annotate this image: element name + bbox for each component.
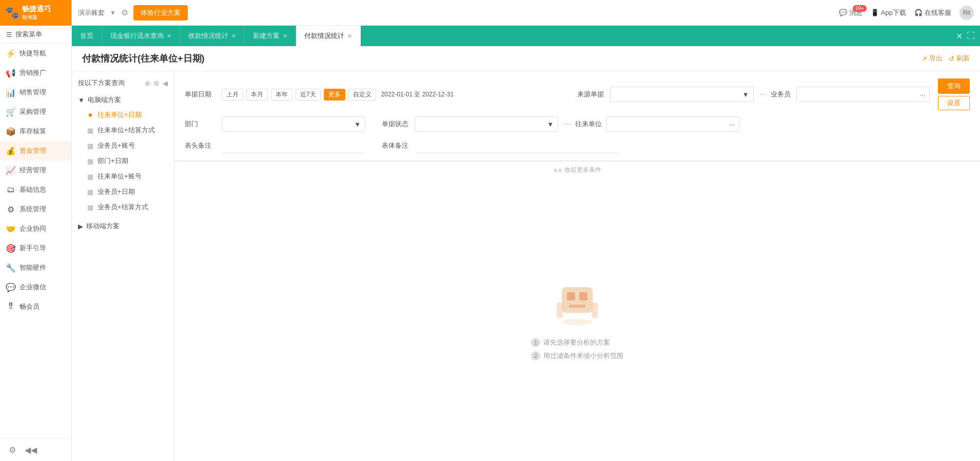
tab-receivables[interactable]: 收款情况统计✕: [180, 26, 245, 46]
sidebar-item-wechat[interactable]: 💬企业微信: [0, 277, 71, 297]
partner-date-icon: ●: [86, 111, 94, 119]
scheme-label-staff-settlement: 业务员+结算方式: [97, 203, 148, 212]
sidebar-item-marketing[interactable]: 📢营销推广: [0, 63, 71, 83]
refresh-btn[interactable]: ↺ 刷新: [949, 54, 970, 63]
voucher-status-label: 单据状态: [382, 119, 410, 129]
setting-btn[interactable]: 设置: [938, 96, 970, 110]
partner-settlement-icon: ▦: [86, 126, 94, 134]
left-panel-header-icons: ⊕ ⚙ ◀: [145, 79, 168, 87]
tab-new-scheme[interactable]: 新建方案✕: [245, 26, 296, 46]
app-download-label: App下载: [881, 8, 906, 17]
sidebar-item-purchase[interactable]: 🛒采购管理: [0, 102, 71, 122]
settings-bottom-icon[interactable]: ⚙: [5, 443, 19, 457]
sidebar-item-basic-info[interactable]: 🗂基础信息: [0, 180, 71, 199]
scheme-item-dept-date[interactable]: ▦部门+日期: [72, 153, 174, 169]
sidebar-item-sales[interactable]: 📊销售管理: [0, 83, 71, 102]
staff-settlement-icon: ▦: [86, 203, 94, 211]
tab-close-new-scheme[interactable]: ✕: [283, 33, 287, 39]
scheme-label-partner-settlement: 往来单位+结算方式: [97, 126, 155, 135]
sidebar-item-system[interactable]: ⚙系统管理: [0, 199, 71, 219]
tab-payment-stats[interactable]: 付款情况统计✕: [296, 26, 361, 46]
guide-icon: 🎯: [6, 244, 15, 253]
expand-icon[interactable]: ⛶: [967, 31, 975, 41]
tab-home[interactable]: 首页: [72, 26, 102, 46]
filter-row-1: 单据日期 上月 本月 本年 近7天 更多 自定义 2022-01-01 至 20…: [185, 78, 970, 110]
header-note-input[interactable]: [222, 138, 365, 153]
sidebar-item-member[interactable]: 🎖畅会员: [0, 297, 71, 316]
sidebar-item-guide[interactable]: 🎯新手引导: [0, 238, 71, 258]
partner-account-icon: ▦: [86, 172, 94, 181]
voucher-status-select[interactable]: ▼: [415, 116, 558, 132]
scheme-item-partner-settlement[interactable]: ▦往来单位+结算方式: [72, 123, 174, 138]
chevron-down-icon[interactable]: ▼: [110, 9, 116, 16]
sidebar-item-enterprise[interactable]: 🤝企业协同: [0, 219, 71, 238]
scheme-item-staff-date[interactable]: ▦业务员+日期: [72, 184, 174, 199]
tab-cash-flow[interactable]: 现金银行流水查询✕: [102, 26, 180, 46]
industry-btn[interactable]: 体验行业方案: [133, 5, 188, 21]
sidebar-label-quick-nav: 快捷导航: [19, 49, 46, 58]
date-btn-this-month[interactable]: 本月: [246, 89, 268, 101]
scheme-item-partner-date[interactable]: ●往来单位+日期: [72, 107, 174, 123]
sidebar-label-member: 畅会员: [19, 302, 40, 311]
export-btn[interactable]: ↗ 导出: [922, 54, 943, 63]
sidebar-item-quick-nav[interactable]: ⚡快捷导航: [0, 44, 71, 63]
add-scheme-icon[interactable]: ⊕: [145, 79, 150, 87]
app-download-btn[interactable]: 📱 App下载: [871, 8, 906, 17]
collapse-panel-icon[interactable]: ◀: [163, 79, 168, 87]
scheme-settings-icon[interactable]: ⚙: [153, 79, 160, 87]
source-voucher-select[interactable]: ▼: [610, 87, 754, 102]
online-service-btn[interactable]: 🎧 在线客服: [914, 8, 951, 17]
sidebar-label-purchase: 采购管理: [19, 107, 46, 116]
scheme-label-dept-date: 部门+日期: [97, 156, 128, 166]
sidebar-item-operations[interactable]: 📈经营管理: [0, 161, 71, 180]
tab-label-home: 首页: [80, 31, 93, 41]
date-btns: 上月 本月 本年 近7天 更多 自定义 2022-01-01 至 2022-12…: [222, 89, 454, 101]
gear-icon[interactable]: ⚙: [121, 8, 128, 17]
svg-point-6: [562, 319, 593, 325]
scheme-item-partner-account[interactable]: ▦往来单位+账号: [72, 169, 174, 184]
collapse-bar[interactable]: ∧∧ 收起更多条件: [174, 161, 980, 178]
staff-select[interactable]: ···: [796, 87, 930, 102]
scheme-group-mobile-header[interactable]: ▶ 移动端方案: [72, 219, 174, 233]
sidebar-item-inventory[interactable]: 📦库存核算: [0, 122, 71, 141]
sidebar-label-basic-info: 基础信息: [19, 185, 46, 194]
sidebar-item-capital[interactable]: 💰资金管理: [0, 141, 71, 161]
top-header: 演示账套 ▼ ⚙ 体验行业方案 💬 消息 99+ 📱 App下载 🎧 在线客服 …: [72, 0, 980, 26]
scheme-item-staff-settlement[interactable]: ▦业务员+结算方式: [72, 199, 174, 215]
scheme-group-desktop-header[interactable]: ▼ 电脑端方案: [72, 93, 174, 107]
date-btn-this-year[interactable]: 本年: [271, 89, 292, 101]
sidebar-label-system: 系统管理: [19, 205, 46, 214]
chevron-right-icon: ▶: [78, 223, 83, 230]
scheme-item-staff-account[interactable]: ▦业务员+账号: [72, 138, 174, 153]
collapse-label: 收起更多条件: [564, 166, 601, 174]
sidebar-item-hardware[interactable]: 🔧智能硬件: [0, 258, 71, 277]
tab-close-cash-flow[interactable]: ✕: [167, 33, 171, 39]
company-name: 演示账套: [78, 8, 105, 17]
tab-close-receivables[interactable]: ✕: [231, 33, 236, 39]
voucher-status-dots[interactable]: ···: [564, 119, 571, 129]
collapse-sidebar-icon[interactable]: ◀◀: [24, 443, 38, 457]
date-btn-last-month[interactable]: 上月: [222, 89, 243, 101]
close-all-tabs-icon[interactable]: ✕: [956, 31, 963, 41]
date-btn-custom[interactable]: 自定义: [348, 89, 376, 101]
sidebar-items: ⚡快捷导航📢营销推广📊销售管理🛒采购管理📦库存核算💰资金管理📈经营管理🗂基础信息…: [0, 44, 71, 316]
scheme-group-mobile: ▶ 移动端方案: [72, 217, 174, 235]
top-header-right: 💬 消息 99+ 📱 App下载 🎧 在线客服 Rit: [839, 6, 974, 20]
marketing-icon: 📢: [6, 68, 15, 77]
dept-select[interactable]: ▼: [222, 116, 365, 132]
date-btn-more[interactable]: 更多: [324, 89, 345, 101]
query-btn[interactable]: 查询: [938, 78, 970, 94]
tab-close-payment-stats[interactable]: ✕: [347, 33, 352, 39]
user-avatar[interactable]: Rit: [959, 6, 974, 20]
hint-item-1: 1 请先选择要分析的方案: [531, 336, 623, 349]
messages-btn[interactable]: 💬 消息 99+: [839, 8, 863, 17]
partner-select[interactable]: ···: [606, 116, 739, 132]
sidebar-search[interactable]: ☰ 搜索菜单: [0, 26, 71, 44]
source-voucher-dots[interactable]: ···: [760, 90, 767, 99]
body-note-input[interactable]: [415, 138, 620, 153]
svg-rect-0: [562, 287, 593, 313]
voucher-date-label: 单据日期: [185, 90, 213, 99]
date-btn-last-7[interactable]: 近7天: [296, 89, 321, 101]
scheme-group-desktop: ▼ 电脑端方案 ●往来单位+日期▦往来单位+结算方式▦业务员+账号▦部门+日期▦…: [72, 91, 174, 217]
filter-actions: 查询 设置: [938, 78, 970, 110]
